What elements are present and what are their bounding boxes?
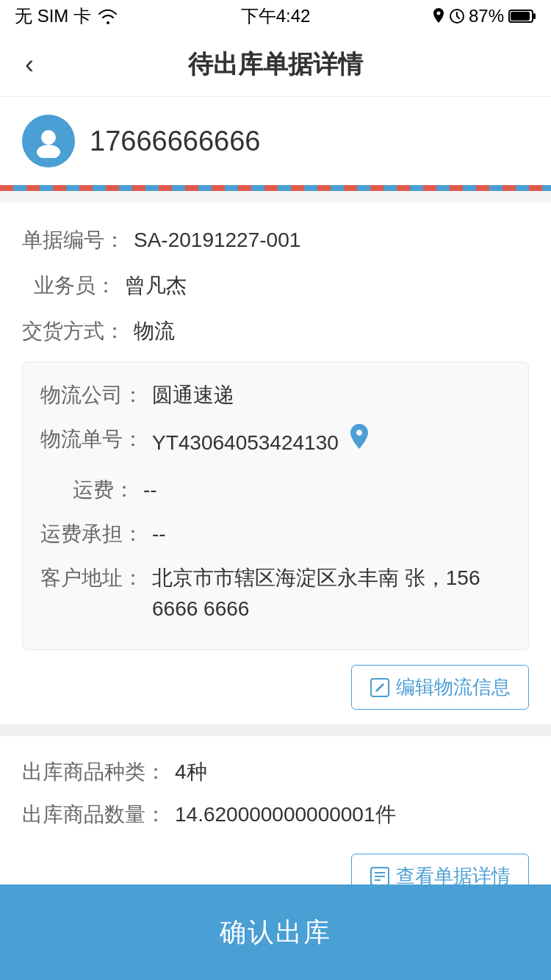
salesman-row: 业务员： 曾凡杰	[22, 270, 529, 301]
address-value: 北京市市辖区海淀区永丰南 张，156 6666 6666	[152, 563, 511, 624]
address-row: 客户地址： 北京市市辖区海淀区永丰南 张，156 6666 6666	[40, 563, 511, 624]
document-icon	[370, 866, 390, 887]
goods-quantity-label: 出库商品数量：	[22, 801, 175, 829]
confirm-outbound-button[interactable]: 确认出库	[220, 915, 331, 951]
wifi-icon	[97, 8, 119, 24]
logistics-tracking-label: 物流单号：	[40, 424, 152, 455]
freight-value: --	[143, 475, 511, 505]
svg-rect-2	[533, 13, 536, 19]
logistics-tracking-value: YT43064053424130	[152, 424, 511, 461]
goods-quantity-value: 14.620000000000001件	[175, 801, 529, 829]
freight-bear-value: --	[152, 519, 511, 550]
edit-logistics-label: 编辑物流信息	[396, 674, 511, 700]
delivery-label: 交货方式：	[22, 316, 134, 347]
goods-types-label: 出库商品种类：	[22, 758, 175, 786]
address-label: 客户地址：	[40, 563, 152, 594]
back-button[interactable]: ‹	[18, 42, 41, 87]
edit-logistics-button[interactable]: 编辑物流信息	[351, 665, 529, 710]
section-divider	[0, 724, 551, 736]
document-number-row: 单据编号： SA-20191227-001	[22, 225, 529, 256]
user-card: 17666666666	[0, 97, 551, 185]
battery-label: 87%	[469, 6, 504, 26]
carrier-label: 无 SIM 卡	[15, 4, 91, 28]
goods-quantity-row: 出库商品数量： 14.620000000000001件	[22, 801, 529, 829]
location-status-icon	[432, 8, 445, 24]
time-label: 下午4:42	[241, 4, 311, 28]
goods-types-value: 4种	[175, 758, 529, 786]
logistics-company-value: 圆通速递	[152, 380, 511, 411]
salesman-label: 业务员：	[22, 270, 125, 301]
nav-bar: ‹ 待出库单据详情	[0, 32, 551, 97]
user-phone: 17666666666	[90, 126, 260, 157]
document-info-section: 单据编号： SA-20191227-001 业务员： 曾凡杰 交货方式： 物流 …	[0, 203, 551, 724]
freight-bear-row: 运费承担： --	[40, 519, 511, 550]
dashed-divider	[0, 185, 551, 191]
avatar	[22, 115, 75, 167]
nav-title: 待出库单据详情	[188, 48, 363, 82]
delivery-row: 交货方式： 物流	[22, 316, 529, 347]
document-number-label: 单据编号：	[22, 225, 134, 256]
salesman-value: 曾凡杰	[125, 270, 529, 301]
status-right: 87%	[432, 6, 536, 26]
goods-types-row: 出库商品种类： 4种	[22, 758, 529, 786]
freight-label: 运费：	[40, 475, 143, 505]
tracking-location-icon[interactable]	[347, 424, 371, 461]
battery-icon	[508, 9, 536, 24]
freight-row: 运费： --	[40, 475, 511, 505]
svg-point-4	[41, 130, 56, 145]
status-left: 无 SIM 卡	[15, 4, 119, 28]
bottom-bar: 确认出库	[0, 884, 551, 980]
clock-icon	[450, 9, 464, 24]
logistics-tracking-row: 物流单号： YT43064053424130	[40, 424, 511, 461]
logistics-box: 物流公司： 圆通速递 物流单号： YT43064053424130 运费： --	[22, 361, 529, 650]
freight-bear-label: 运费承担：	[40, 519, 152, 550]
logistics-company-row: 物流公司： 圆通速递	[40, 380, 511, 411]
status-bar: 无 SIM 卡 下午4:42 87%	[0, 0, 551, 32]
svg-point-5	[37, 145, 60, 158]
svg-rect-3	[511, 12, 530, 21]
delivery-value: 物流	[134, 316, 529, 347]
edit-btn-row: 编辑物流信息	[22, 657, 529, 710]
edit-icon	[370, 677, 390, 698]
logistics-company-label: 物流公司：	[40, 380, 152, 411]
document-number-value: SA-20191227-001	[134, 225, 529, 256]
